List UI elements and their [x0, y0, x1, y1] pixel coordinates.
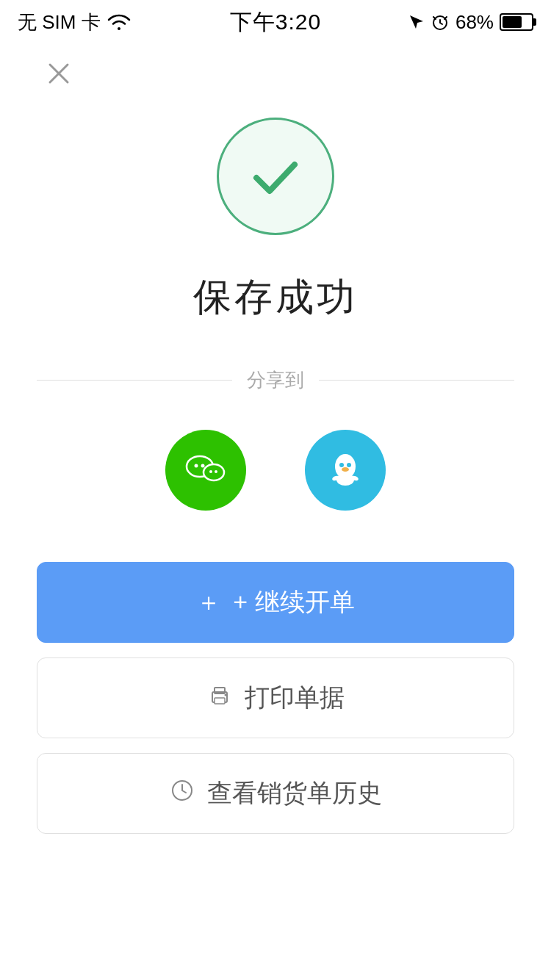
location-icon [408, 14, 425, 30]
sim-label: 无 SIM 卡 [18, 10, 101, 35]
success-title: 保存成功 [193, 272, 358, 323]
main-content: 保存成功 分享到 [0, 44, 551, 834]
svg-point-11 [339, 463, 344, 467]
print-label: 打印单据 [245, 681, 345, 715]
qq-icon [321, 446, 370, 494]
alarm-icon [431, 12, 450, 32]
status-left: 无 SIM 卡 [18, 10, 132, 35]
wifi-icon [107, 12, 132, 32]
svg-point-8 [215, 470, 217, 473]
continue-button[interactable]: ＋ + 继续开单 [37, 562, 514, 643]
status-bar: 无 SIM 卡 下午3:20 68% [0, 0, 551, 44]
action-buttons: ＋ + 继续开单 打印单据 查看销货单历史 [37, 562, 514, 834]
battery-percent: 68% [455, 11, 494, 34]
history-button[interactable]: 查看销货单历史 [37, 753, 514, 834]
print-button[interactable]: 打印单据 [37, 657, 514, 738]
svg-point-7 [209, 470, 212, 473]
close-icon [46, 60, 72, 87]
svg-point-4 [204, 464, 224, 480]
svg-point-12 [347, 463, 351, 467]
success-circle-wrap [217, 118, 334, 235]
status-time: 下午3:20 [230, 7, 321, 37]
status-right: 68% [408, 11, 533, 34]
checkmark-icon [246, 147, 305, 206]
battery-icon [500, 13, 533, 31]
wechat-share-button[interactable] [165, 430, 246, 511]
svg-rect-18 [215, 698, 225, 704]
clock-icon [169, 777, 195, 810]
svg-point-5 [195, 464, 198, 468]
printer-icon [206, 682, 233, 714]
close-button[interactable] [37, 51, 81, 96]
success-circle [217, 118, 334, 235]
svg-point-10 [336, 474, 354, 486]
divider-left [37, 380, 232, 381]
divider-right [319, 380, 514, 381]
continue-label: + 继续开单 [233, 586, 354, 619]
svg-point-19 [225, 694, 227, 696]
history-label: 查看销货单历史 [207, 777, 382, 810]
share-icons [165, 430, 386, 511]
svg-point-13 [342, 467, 349, 472]
wechat-icon [181, 446, 230, 494]
share-section: 分享到 [37, 367, 514, 511]
divider-row: 分享到 [37, 367, 514, 393]
plus-icon: ＋ [196, 586, 221, 619]
share-label: 分享到 [247, 367, 304, 393]
qq-share-button[interactable] [305, 430, 386, 511]
svg-point-6 [201, 464, 205, 468]
